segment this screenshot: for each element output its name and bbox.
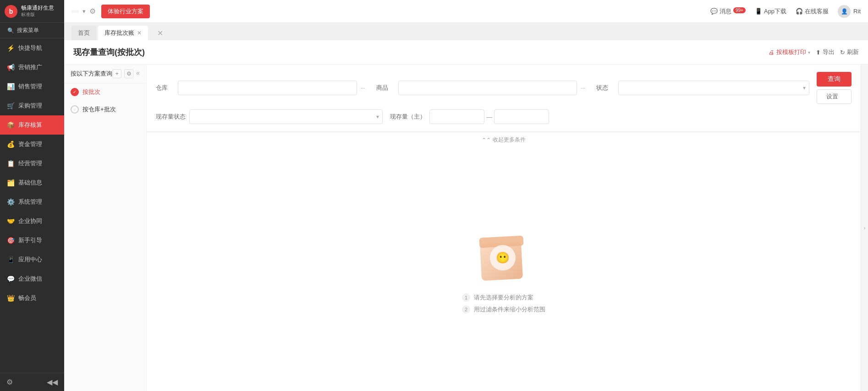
wechat-icon: 💬 bbox=[6, 275, 15, 283]
wechat-label: 企业微信 bbox=[18, 275, 42, 283]
message-action[interactable]: 💬 消息 99+ bbox=[710, 7, 746, 16]
app-download-action[interactable]: 📱 App下载 bbox=[755, 7, 786, 16]
avatar: 👤 bbox=[838, 5, 851, 18]
appcenter-icon: 📱 bbox=[6, 255, 15, 264]
scheme-item-warehouse-batch[interactable]: ○ 按仓库+批次 bbox=[64, 101, 146, 118]
member-label: 畅会员 bbox=[18, 294, 36, 302]
add-scheme-btn[interactable]: + bbox=[112, 69, 121, 78]
chevron-up-icon: ⌃⌃ bbox=[482, 137, 491, 143]
scheme-item-batch[interactable]: ✓ 按批次 bbox=[64, 83, 146, 101]
sidebar-item-marketing[interactable]: 📢 营销推广 bbox=[0, 58, 64, 77]
collapse-more-btn[interactable]: ⌃⌃ 收起更多条件 bbox=[147, 132, 861, 147]
body-area: 按以下方案查询 + ⚙ « ✓ 按批次 ○ 按仓库+批次 bbox=[64, 65, 868, 391]
tab-batch-close-icon[interactable]: ✕ bbox=[137, 30, 142, 36]
operations-label: 经营管理 bbox=[18, 159, 42, 168]
print-btn[interactable]: 🖨 按模板打印 ▾ bbox=[769, 48, 810, 56]
trial-btn[interactable]: 体验行业方案 bbox=[101, 5, 150, 18]
warehouse-field: 仓库 ··· bbox=[156, 81, 369, 95]
warehouse-input[interactable] bbox=[178, 81, 357, 95]
warehouse-more-btn[interactable]: ··· bbox=[357, 83, 369, 93]
tab-home[interactable]: 首页 bbox=[71, 26, 96, 40]
refresh-btn[interactable]: ↻ 刷新 bbox=[840, 48, 859, 56]
filter-area: 仓库 ··· 商品 ··· 状态 bbox=[147, 65, 861, 132]
left-panel-title: 按以下方案查询 bbox=[71, 70, 112, 78]
topbar-left: ▾ ⚙ 体验行业方案 bbox=[71, 5, 710, 18]
sidebar-item-enterprise[interactable]: 🤝 企业协同 bbox=[0, 212, 64, 231]
product-label: 商品 bbox=[376, 84, 395, 92]
breadcrumb-dropdown-icon[interactable]: ▾ bbox=[82, 8, 86, 15]
right-sidebar-chevron: › bbox=[864, 225, 866, 231]
breadcrumb bbox=[71, 10, 79, 13]
right-sidebar-toggle[interactable]: › bbox=[861, 65, 868, 391]
status-select-wrap bbox=[618, 81, 809, 95]
tip-text-1: 请先选择要分析的方案 bbox=[474, 293, 533, 302]
topbar-gear-icon[interactable]: ⚙ bbox=[89, 7, 96, 16]
headset-icon: 🎧 bbox=[796, 8, 803, 15]
purchase-label: 采购管理 bbox=[18, 102, 42, 110]
tip-num-1: 1 bbox=[462, 293, 470, 302]
collapse-sidebar-icon[interactable]: ◀◀ bbox=[47, 378, 58, 386]
enterprise-icon: 🤝 bbox=[6, 217, 15, 225]
status-select[interactable] bbox=[618, 81, 809, 95]
stock-status-field: 现存量状态 bbox=[156, 109, 383, 124]
sidebar-item-basics[interactable]: 🗂️ 基础信息 bbox=[0, 173, 64, 192]
sales-label: 销售管理 bbox=[18, 82, 42, 91]
search-menu-label: 搜索菜单 bbox=[17, 27, 39, 34]
page-header: 现存量查询(按批次) 🖨 按模板打印 ▾ ⬆ 导出 ↻ 刷新 bbox=[64, 40, 868, 65]
product-more-btn[interactable]: ··· bbox=[577, 83, 589, 93]
online-service-label: 在线客服 bbox=[805, 7, 829, 16]
stock-qty-field: 现存量（主） — bbox=[390, 109, 617, 124]
online-service-action[interactable]: 🎧 在线客服 bbox=[796, 7, 829, 16]
stock-qty-from-input[interactable] bbox=[429, 109, 484, 124]
sidebar-item-wechat[interactable]: 💬 企业微信 bbox=[0, 269, 64, 288]
settings-footer-icon[interactable]: ⚙ bbox=[6, 378, 13, 386]
sidebar-item-member[interactable]: 👑 畅会员 bbox=[0, 288, 64, 308]
user-area[interactable]: 👤 Rit bbox=[838, 5, 861, 18]
topbar: ▾ ⚙ 体验行业方案 💬 消息 99+ 📱 App下载 🎧 在线客服 👤 Rit bbox=[64, 0, 868, 23]
marketing-icon: 📢 bbox=[6, 63, 15, 71]
inventory-icon: 📦 bbox=[6, 121, 15, 129]
stock-status-select-wrap bbox=[189, 109, 383, 124]
refresh-icon: ↻ bbox=[840, 49, 845, 56]
sidebar-item-newguide[interactable]: 🎯 新手引导 bbox=[0, 231, 64, 250]
tab-batch[interactable]: 库存批次账 ✕ bbox=[98, 26, 148, 40]
tabs-bar: 首页 库存批次账 ✕ ✕ bbox=[64, 23, 868, 40]
empty-tips: 1 请先选择要分析的方案 2 用过滤条件来缩小分析范围 bbox=[462, 293, 545, 314]
query-btn[interactable]: 查询 bbox=[817, 72, 852, 87]
print-icon: 🖨 bbox=[769, 49, 775, 56]
username-label: Rit bbox=[853, 8, 861, 15]
stock-qty-to-input[interactable] bbox=[494, 109, 549, 124]
appcenter-label: 应用中心 bbox=[18, 255, 42, 264]
shortcut-label: 快捷导航 bbox=[18, 44, 42, 52]
search-menu-item[interactable]: 🔍 搜索菜单 bbox=[0, 23, 64, 38]
sidebar-item-appcenter[interactable]: 📱 应用中心 bbox=[0, 250, 64, 269]
export-btn-label: 导出 bbox=[823, 48, 835, 56]
export-btn[interactable]: ⬆ 导出 bbox=[816, 48, 835, 56]
print-dropdown-icon[interactable]: ▾ bbox=[808, 50, 810, 55]
empty-area: 😶 1 请先选择要分析的方案 2 用过滤条件来缩小分析范围 bbox=[147, 147, 861, 391]
tab-batch-label: 库存批次账 bbox=[104, 29, 134, 37]
sidebar-item-purchase[interactable]: 🛒 采购管理 bbox=[0, 96, 64, 115]
message-label: 消息 bbox=[720, 7, 731, 16]
settings-scheme-btn[interactable]: ⚙ bbox=[124, 69, 133, 78]
sidebar-item-shortcut[interactable]: ⚡ 快捷导航 bbox=[0, 38, 64, 58]
tab-close-main-icon[interactable]: ✕ bbox=[154, 29, 167, 38]
settings-btn[interactable]: 设置 bbox=[817, 89, 852, 104]
empty-tip-1: 1 请先选择要分析的方案 bbox=[462, 293, 545, 302]
sidebar-item-sales[interactable]: 📊 销售管理 bbox=[0, 77, 64, 96]
sidebar-item-finance[interactable]: 💰 资金管理 bbox=[0, 135, 64, 154]
product-field: 商品 ··· bbox=[376, 81, 589, 95]
sidebar-item-operations[interactable]: 📋 经营管理 bbox=[0, 154, 64, 173]
main-area: ▾ ⚙ 体验行业方案 💬 消息 99+ 📱 App下载 🎧 在线客服 👤 Rit bbox=[64, 0, 868, 391]
sidebar-nav: ⚡ 快捷导航 📢 营销推广 📊 销售管理 🛒 采购管理 📦 库存核算 💰 资金管… bbox=[0, 38, 64, 373]
collapse-panel-btn[interactable]: « bbox=[136, 69, 140, 78]
export-icon: ⬆ bbox=[816, 49, 821, 56]
app-edition: 标准版 bbox=[21, 11, 54, 18]
search-icon: 🔍 bbox=[7, 27, 14, 34]
status-label: 状态 bbox=[596, 84, 615, 92]
sidebar-item-system[interactable]: ⚙️ 系统管理 bbox=[0, 192, 64, 212]
sidebar-item-inventory[interactable]: 📦 库存核算 bbox=[0, 115, 64, 135]
system-label: 系统管理 bbox=[18, 198, 42, 206]
product-input[interactable] bbox=[398, 81, 577, 95]
stock-status-select[interactable] bbox=[189, 109, 383, 124]
